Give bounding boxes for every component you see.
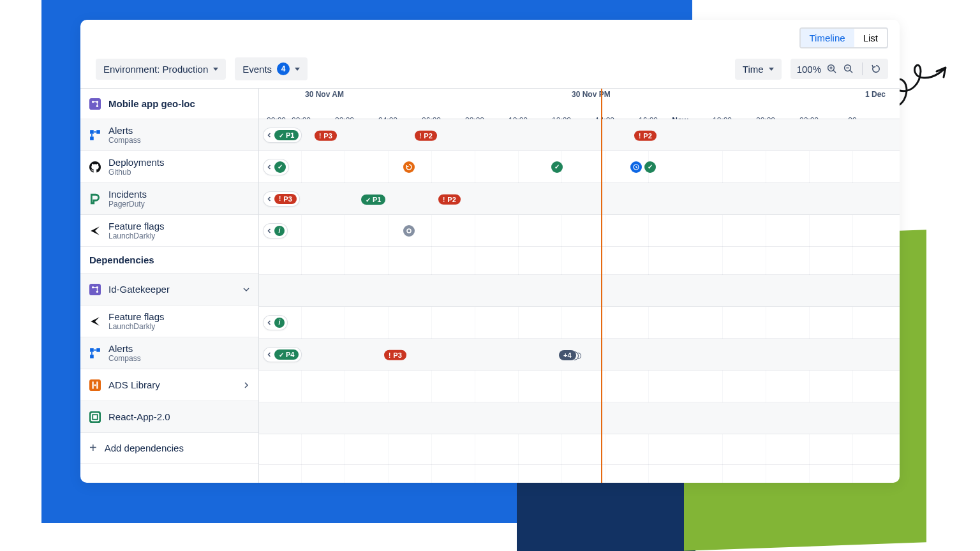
time-label: Time — [743, 64, 764, 75]
timeline: 30 Nov AM 30 Nov PM 1 Dec 00:0000:0002:0… — [259, 89, 900, 483]
event-p2-incident[interactable]: P2 — [438, 193, 461, 205]
chevron-left-icon[interactable] — [265, 131, 273, 139]
zoom-out-icon[interactable] — [843, 63, 854, 75]
timeline-row-react-app — [259, 402, 900, 434]
sidebar-row-featureflags[interactable]: Feature flagsLaunchDarkly — [80, 215, 258, 247]
chevron-down-icon — [769, 68, 774, 71]
launchdarkly-icon — [89, 225, 101, 237]
sidebar-row-react-app[interactable]: React-App-2.0 — [80, 401, 258, 433]
sidebar: Mobile app geo-loc AlertsCompass Deploym… — [80, 89, 259, 483]
dependencies-header: Dependencies — [80, 247, 258, 274]
library-icon — [89, 379, 101, 391]
event-deploy-group[interactable] — [630, 161, 656, 173]
svg-rect-18 — [90, 348, 94, 352]
environment-label: Environment: Production — [103, 64, 208, 75]
zoom-in-icon[interactable] — [826, 63, 838, 75]
date-next: 1 Dec — [865, 90, 886, 99]
date-am: 30 Nov AM — [305, 90, 344, 99]
app-icon — [89, 411, 101, 423]
svg-rect-20 — [90, 355, 94, 358]
event-p1-alert[interactable]: P1 — [263, 128, 302, 143]
svg-rect-12 — [96, 130, 100, 134]
event-p3-incident[interactable]: P3 — [263, 191, 300, 207]
sidebar-row-ads-library[interactable]: ADS Library — [80, 369, 258, 401]
event-dep-p3-alert[interactable]: P3 — [384, 348, 406, 360]
sidebar-row-deployments[interactable]: DeploymentsGithub — [80, 151, 258, 183]
svg-rect-14 — [89, 284, 101, 295]
view-toggle: Timeline List — [799, 27, 888, 48]
chevron-left-icon[interactable] — [265, 319, 273, 327]
event-rollback[interactable] — [403, 161, 415, 173]
timeline-header: 30 Nov AM 30 Nov PM 1 Dec 00:0000:0002:0… — [259, 89, 900, 119]
timeline-row-dep-header — [259, 247, 900, 275]
timeline-row-dep-featureflags — [259, 307, 900, 339]
chevron-left-icon[interactable] — [265, 163, 273, 171]
pagerduty-icon — [89, 193, 101, 205]
reset-zoom-button[interactable] — [870, 63, 882, 75]
sidebar-row-dep-featureflags[interactable]: Feature flagsLaunchDarkly — [80, 305, 258, 337]
svg-rect-13 — [90, 136, 94, 140]
sidebar-row-incidents[interactable]: IncidentsPagerDuty — [80, 183, 258, 215]
component-icon — [89, 284, 101, 295]
timeline-row-deployments — [259, 151, 900, 183]
event-p4-alert[interactable]: P4 — [263, 347, 302, 362]
events-filter[interactable]: Events 4 — [235, 57, 308, 80]
timeline-row-featureflags — [259, 215, 900, 247]
event-p2-alert-2[interactable]: P2 — [634, 129, 657, 141]
event-p3-alert[interactable]: P3 — [315, 129, 337, 141]
event-deploy-success-2[interactable] — [551, 161, 563, 173]
timeline-row-alerts: P1 P3 P2 P2 — [259, 119, 900, 151]
launchdarkly-icon — [89, 316, 101, 327]
timeline-row-ads-library — [259, 371, 900, 402]
timeline-view-button[interactable]: Timeline — [801, 29, 854, 47]
chevron-down-icon — [243, 286, 249, 293]
timeline-row-add-deps — [259, 434, 900, 465]
chevron-left-icon[interactable] — [265, 195, 273, 203]
svg-rect-19 — [96, 348, 100, 352]
chevron-right-icon — [243, 382, 249, 388]
timeline-row-incidents: P3 P1 P2 — [259, 183, 900, 215]
compass-icon — [89, 348, 101, 359]
svg-line-5 — [850, 70, 852, 73]
event-p2-alert[interactable]: P2 — [415, 129, 437, 141]
sidebar-row-id-gatekeeper[interactable]: Id-Gatekeeper — [80, 274, 258, 305]
list-view-button[interactable]: List — [854, 29, 887, 47]
chevron-down-icon — [295, 68, 300, 71]
compass-icon — [89, 129, 101, 141]
activity-card: Timeline List Environment: Production Ev… — [80, 20, 900, 483]
svg-point-24 — [94, 384, 96, 386]
event-dep-count[interactable]: +4 — [559, 349, 576, 360]
plus-icon: + — [89, 441, 97, 455]
component-header[interactable]: Mobile app geo-loc — [80, 89, 258, 119]
event-flag-off[interactable] — [403, 225, 415, 237]
svg-rect-11 — [90, 130, 94, 134]
environment-filter[interactable]: Environment: Production — [96, 59, 226, 80]
svg-line-1 — [833, 70, 836, 73]
sidebar-row-dep-alerts[interactable]: AlertsCompass — [80, 337, 258, 369]
zoom-level: 100% — [797, 64, 821, 75]
component-icon — [89, 98, 101, 110]
svg-rect-23 — [96, 381, 98, 388]
add-dependencies-button[interactable]: + Add dependencies — [80, 433, 258, 464]
svg-point-29 — [407, 229, 411, 233]
svg-rect-27 — [93, 415, 97, 419]
event-deploy-success[interactable] — [263, 159, 289, 175]
time-filter[interactable]: Time — [735, 59, 782, 80]
chevron-down-icon — [213, 68, 218, 71]
event-p1-incident[interactable]: P1 — [361, 193, 385, 205]
svg-rect-22 — [93, 381, 94, 388]
events-label: Events — [242, 64, 272, 75]
timeline-row-dep-alerts: P4 P3 +4 — [259, 339, 900, 371]
event-dep-flag[interactable] — [263, 315, 288, 330]
events-count-badge: 4 — [277, 62, 290, 75]
event-flag-on[interactable] — [263, 223, 288, 239]
zoom-control: 100% — [791, 59, 888, 79]
sidebar-row-alerts[interactable]: AlertsCompass — [80, 119, 258, 151]
date-pm: 30 Nov PM — [572, 90, 611, 99]
timeline-row-id-gatekeeper — [259, 275, 900, 307]
chevron-left-icon[interactable] — [265, 351, 273, 358]
github-icon — [89, 161, 101, 173]
component-name: Mobile app geo-loc — [108, 98, 195, 109]
chevron-left-icon[interactable] — [265, 227, 273, 235]
svg-rect-7 — [89, 98, 101, 110]
